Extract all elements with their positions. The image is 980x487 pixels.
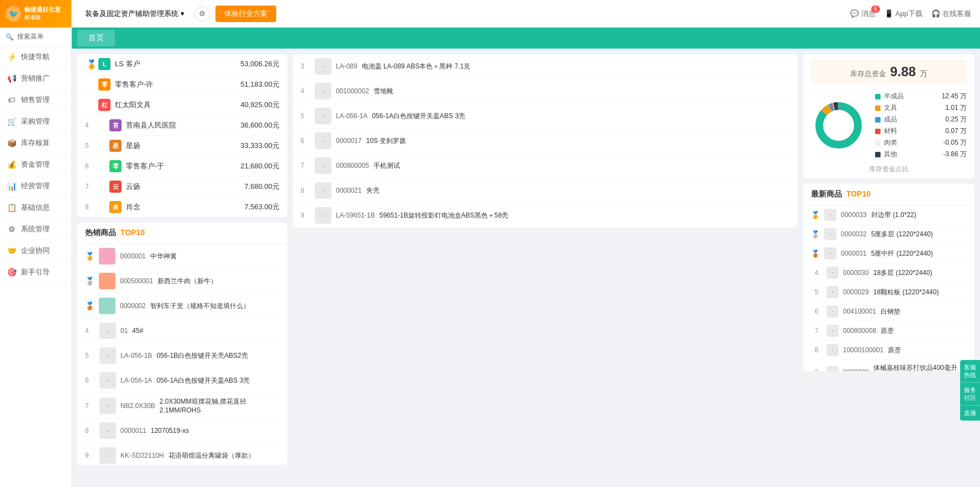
content-area: 🏅 L LS 客户 53,006.26元 零 零售客户-许 51,183.00元… <box>72 49 980 487</box>
sidebar-item-quick-nav[interactable]: ⚡快捷导航 <box>0 46 71 68</box>
settings-gear[interactable]: ⚙ <box>194 6 210 22</box>
sidebar-item-marketing[interactable]: 📢营销推广 <box>0 68 71 89</box>
hot-product-row: 🥉 0000002 智利车子里（规格不知道填什么） <box>77 294 287 319</box>
system-title-dropdown[interactable]: 装备及固定资产辅助管理系统 ▾ <box>81 7 189 21</box>
new-product-placeholder: ▪ <box>826 325 839 337</box>
rank-number: 4 <box>85 121 96 129</box>
float-btn-2[interactable]: 直播 <box>960 406 980 421</box>
new-product-placeholder: ▪ <box>826 267 839 279</box>
float-btn-0[interactable]: 客服 热线 <box>960 360 980 383</box>
new-product-code: 0000033 <box>841 211 867 219</box>
legend-item: 文具 1.01 万 <box>875 103 967 113</box>
new-product-name: 原垄 <box>888 346 967 355</box>
hot-products-top10: TOP10 <box>120 228 145 237</box>
customer-avatar: 红 <box>98 99 110 111</box>
float-btn-1[interactable]: 服务 社区 <box>960 383 980 406</box>
new-product-name: 白钢垫 <box>881 307 967 316</box>
online-service-button[interactable]: 🎧 在线客服 <box>931 9 971 19</box>
app-download-label: App下载 <box>895 9 923 19</box>
new-product-name: 封边带 (1.0*22) <box>871 210 967 220</box>
product-name: 12070519-xs <box>151 427 280 435</box>
product-image <box>99 273 115 289</box>
new-product-row: 9 ▪ 0000028 体械嘉枝味苏打饮品400毫升 (1*15) <box>803 360 974 371</box>
system-icon: ⚙ <box>7 224 17 234</box>
sidebar-item-purchase[interactable]: 🛒采购管理 <box>0 111 71 133</box>
customer-rank-row: 7 云 云扬 7,680.00元 <box>77 177 287 197</box>
sidebar-item-guide[interactable]: 🎯新手引导 <box>0 262 71 283</box>
hot-product-row: 🏅 0000001 中华神篱 <box>77 244 287 269</box>
new-product-row: 6 ▪ 004100001 白钢垫 <box>803 302 974 321</box>
customer-amount: 7,563.00元 <box>244 202 280 212</box>
search-menu[interactable]: 🔍 搜索菜单 <box>0 28 71 46</box>
customer-name: 红太阳文具 <box>115 100 240 110</box>
legend-color <box>875 105 881 111</box>
product-code: LA-056-1B <box>120 352 152 359</box>
product-name: 056-1A白色按键开关盖ABS 3壳 <box>372 112 790 121</box>
product-code: LA-089 <box>336 62 357 70</box>
customer-avatar: 零 <box>109 160 122 172</box>
new-product-placeholder: ▪ <box>826 344 839 356</box>
medal-gold: 🏅 <box>811 211 820 219</box>
message-button[interactable]: 💬 消息 6 <box>850 9 876 19</box>
product-name: 智利车子里（规格不知道填什么） <box>150 301 280 311</box>
medal-silver: 🥈 <box>85 277 94 285</box>
new-product-code: 0000029 <box>843 288 869 296</box>
new-product-code: 0000030 <box>843 269 869 277</box>
sidebar-item-sales[interactable]: 🏷销售管理 <box>0 89 71 111</box>
product-code: 0000011 <box>120 427 146 435</box>
hot-products-title: 热销商品 <box>85 228 116 237</box>
sidebar-label-enterprise: 企业协同 <box>21 246 50 256</box>
sidebar-item-operation[interactable]: 📊经营管理 <box>0 176 71 197</box>
sidebar-nav: ⚡快捷导航📢营销推广🏷销售管理🛒采购管理📦库存核算💰资金管理📊经营管理📋基础信息… <box>0 46 71 283</box>
product-code: LA-056-1A <box>120 377 152 384</box>
logo-icon: 🐦 <box>6 6 21 22</box>
product-name: 新西兰牛肉（新牛） <box>157 277 280 286</box>
sidebar-item-basic[interactable]: 📋基础信息 <box>0 197 71 219</box>
sales-icon: 🏷 <box>7 95 17 105</box>
trial-button[interactable]: 体验行业方案 <box>215 6 276 22</box>
customer-rank-row: 4 苔 苔南县人民医院 36,600.00元 <box>77 115 287 136</box>
app-logo: 🐦 畅捷通好生意 标准版 <box>0 0 71 28</box>
product-code: 01 <box>120 327 128 335</box>
sidebar-item-finance[interactable]: 💰资金管理 <box>0 154 71 176</box>
sidebar-item-inventory[interactable]: 📦库存核算 <box>0 133 71 154</box>
product-name: 056-1B白色按键开关壳ABS2壳 <box>156 351 280 361</box>
product-name: 中华神篱 <box>150 252 280 261</box>
product-placeholder: ▪ <box>99 447 116 464</box>
new-product-row: 7 ▪ 000800008 原垄 <box>803 321 974 341</box>
medal-bronze: 🥉 <box>85 301 94 310</box>
sidebar: 🐦 畅捷通好生意 标准版 🔍 搜索菜单 ⚡快捷导航📢营销推广🏷销售管理🛒采购管理… <box>0 0 72 487</box>
new-product-row: 8 ▪ 10000100001 原垄 <box>803 341 974 360</box>
sidebar-label-operation: 经营管理 <box>21 181 50 191</box>
product-placeholder: ▪ <box>99 398 116 414</box>
new-product-name: 体械嘉枝味苏打饮品400毫升 (1*15) <box>873 363 967 371</box>
app-download-button[interactable]: 📱 App下载 <box>884 9 923 19</box>
finance-icon: 💰 <box>7 160 17 170</box>
hot-products-list: 🏅 0000001 中华神篱 🥈 000500001 新西兰牛肉（新牛） 🥉 0… <box>77 244 287 465</box>
customer-amount: 36,600.00元 <box>240 120 280 130</box>
new-product-placeholder: ▪ <box>826 286 839 298</box>
product-placeholder: ▪ <box>315 58 331 75</box>
sidebar-label-finance: 资金管理 <box>21 160 50 170</box>
tab-home[interactable]: 首页 <box>77 30 115 46</box>
dropdown-icon: ▾ <box>181 9 185 18</box>
sidebar-label-guide: 新手引导 <box>21 267 50 277</box>
legend-item: 肉类 -0.05 万 <box>875 138 967 147</box>
customer-name: 肖念 <box>126 202 244 212</box>
customer-amount: 53,006.26元 <box>240 59 280 69</box>
sidebar-label-basic: 基础信息 <box>21 203 50 213</box>
product-placeholder: ▪ <box>99 372 116 389</box>
middle-product-row: 4 ▪ 001000002 雪地靴 <box>293 79 798 104</box>
medal-bronze: 🥉 <box>811 250 820 258</box>
marketing-icon: 📢 <box>7 73 17 83</box>
sidebar-item-enterprise[interactable]: 🤝企业协同 <box>0 240 71 262</box>
sidebar-item-system[interactable]: ⚙系统管理 <box>0 219 71 240</box>
new-products-top10: TOP10 <box>846 189 871 198</box>
float-buttons: 客服 热线服务 社区直播 <box>960 360 980 421</box>
middle-product-row: 8 ▪ 0000021 夹壳 <box>293 178 798 203</box>
chart-container: 半成品 12.45 万 文具 1.01 万 成品 0.25 万 材料 0.07 … <box>803 86 974 165</box>
app-icon: 📱 <box>884 9 893 18</box>
product-placeholder: ▪ <box>315 133 331 149</box>
legend-label: 材料 <box>884 126 942 136</box>
middle-product-row: 7 ▪ 000800005 手机测试 <box>293 153 798 178</box>
